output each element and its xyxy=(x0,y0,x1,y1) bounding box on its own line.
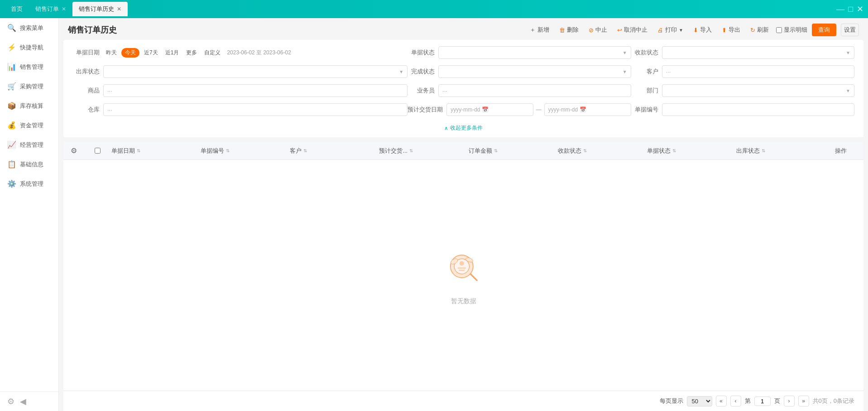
delete-button[interactable]: 🗑 删除 xyxy=(556,24,581,36)
date-btn-more[interactable]: 更多 xyxy=(183,48,200,58)
tab-sales-order-close[interactable]: ✕ xyxy=(62,6,66,12)
salesperson-input[interactable]: ··· xyxy=(438,84,631,97)
maximize-icon[interactable]: □ xyxy=(848,5,853,14)
th-date-sort[interactable]: ⇅ xyxy=(137,148,140,153)
show-detail-label: 显示明细 xyxy=(784,26,807,34)
sidebar-item-inventory[interactable]: 📦 库存核算 xyxy=(0,96,58,116)
query-button[interactable]: 查询 xyxy=(812,24,836,36)
complete-chevron: ▼ xyxy=(623,69,627,74)
tab-sales-history[interactable]: 销售订单历史 ✕ xyxy=(72,2,128,16)
th-payment-sort[interactable]: ⇅ xyxy=(583,148,587,153)
delivery-from-input[interactable]: yyyy-mm-dd 📅 xyxy=(446,103,533,116)
th-delivery-sort[interactable]: ⇅ xyxy=(409,148,413,153)
sidebar-item-system[interactable]: ⚙️ 系统管理 xyxy=(0,174,58,193)
date-btn-yesterday[interactable]: 昨天 xyxy=(103,48,120,58)
outbound-status-select[interactable]: ▼ xyxy=(103,65,408,78)
th-order-no-sort[interactable]: ⇅ xyxy=(226,148,230,153)
dept-control: ▼ xyxy=(662,84,854,97)
complete-control: ▼ xyxy=(438,65,631,78)
next-page-button[interactable]: › xyxy=(784,396,795,406)
tab-sales-order[interactable]: 销售订单 ✕ xyxy=(29,2,72,16)
th-order-no-label: 单据编号 xyxy=(201,147,224,155)
filter-order-status: 单据状态 ▼ xyxy=(408,46,631,59)
customer-input[interactable]: ··· xyxy=(662,65,854,78)
last-page-button[interactable]: » xyxy=(798,396,809,406)
order-status-chevron: ▼ xyxy=(623,50,627,55)
sidebar-item-ops[interactable]: 📈 经营管理 xyxy=(0,135,58,155)
print-button[interactable]: 🖨 打印 ▼ xyxy=(655,24,686,36)
sidebar-item-funds[interactable]: 💰 资金管理 xyxy=(0,116,58,135)
stop-button[interactable]: ⊘ 中止 xyxy=(586,24,610,36)
tab-list: 首页 销售订单 ✕ 销售订单历史 ✕ xyxy=(5,2,836,16)
complete-status-select[interactable]: ▼ xyxy=(438,65,631,78)
close-window-icon[interactable]: ✕ xyxy=(857,4,863,14)
minimize-icon[interactable]: — xyxy=(836,5,844,14)
payment-status-select[interactable]: ▼ xyxy=(662,46,854,59)
stop-label: 中止 xyxy=(595,26,607,34)
collapse-row[interactable]: ∧ 收起更多条件 xyxy=(72,122,854,135)
product-input[interactable]: ··· xyxy=(103,84,408,97)
date-btn-today[interactable]: 今天 xyxy=(121,48,139,58)
th-customer-sort[interactable]: ⇅ xyxy=(303,148,307,153)
th-payment-status: 收款状态 ⇅ xyxy=(555,143,644,159)
filter-order-no: 单据编号 xyxy=(631,103,854,116)
warehouse-input[interactable]: ··· xyxy=(103,103,408,116)
sidebar-item-basic-label: 基础信息 xyxy=(20,160,43,169)
status-label: 单据状态 xyxy=(408,48,435,57)
first-page-button[interactable]: « xyxy=(716,396,727,406)
sidebar-item-search[interactable]: 🔍 搜索菜单 xyxy=(0,18,58,38)
sidebar-item-sales[interactable]: 📊 销售管理 xyxy=(0,57,58,77)
delivery-to-input[interactable]: yyyy-mm-dd 📅 xyxy=(544,103,631,116)
warehouse-dots: ··· xyxy=(107,106,112,113)
th-order-status-label: 单据状态 xyxy=(647,147,671,155)
dept-label: 部门 xyxy=(631,87,658,95)
date-label: 单据日期 xyxy=(72,48,100,57)
add-button[interactable]: ＋ 新增 xyxy=(527,24,552,36)
th-amount: 订单金额 ⇅ xyxy=(466,143,555,159)
th-customer: 客户 ⇅ xyxy=(287,143,376,159)
print-chevron: ▼ xyxy=(679,28,683,33)
goto-prefix: 第 xyxy=(745,397,751,405)
sidebar-item-purchase[interactable]: 🛒 采购管理 xyxy=(0,77,58,96)
th-order-status-sort[interactable]: ⇅ xyxy=(672,148,676,153)
order-status-select[interactable]: ▼ xyxy=(438,46,631,59)
order-no-input[interactable] xyxy=(662,103,854,116)
export-label: 导出 xyxy=(729,26,740,34)
date-btn-1month[interactable]: 近1月 xyxy=(163,48,182,58)
show-detail-checkbox[interactable] xyxy=(776,27,782,33)
sidebar-item-search-label: 搜索菜单 xyxy=(20,24,43,32)
sidebar-item-basic[interactable]: 📋 基础信息 xyxy=(0,155,58,174)
filter-delivery: 预计交货日期 yyyy-mm-dd 📅 — yyyy-mm-dd 📅 xyxy=(408,103,631,116)
tab-home[interactable]: 首页 xyxy=(5,2,29,16)
sidebar-collapse-icon[interactable]: ◀ xyxy=(20,396,26,406)
import-button[interactable]: ⬇ 导入 xyxy=(691,24,715,36)
funds-icon: 💰 xyxy=(7,121,16,130)
settings-button[interactable]: 设置 xyxy=(841,24,859,36)
table-settings-icon[interactable]: ⚙ xyxy=(71,146,77,155)
export-button[interactable]: ⬆ 导出 xyxy=(719,24,743,36)
select-all-checkbox[interactable] xyxy=(95,148,101,154)
th-operation-label: 操作 xyxy=(835,147,847,155)
sidebar-item-quicknav[interactable]: ⚡ 快捷导航 xyxy=(0,38,58,57)
th-outbound-sort[interactable]: ⇅ xyxy=(762,148,765,153)
system-icon: ⚙️ xyxy=(7,179,16,188)
cancel-stop-button[interactable]: ↩ 取消中止 xyxy=(614,24,650,36)
th-payment-status-label: 收款状态 xyxy=(558,147,581,155)
refresh-button[interactable]: ↻ 刷新 xyxy=(748,24,772,36)
date-btn-custom[interactable]: 自定义 xyxy=(201,48,223,58)
delivery-control: yyyy-mm-dd 📅 — yyyy-mm-dd 📅 xyxy=(446,103,631,116)
show-detail-checkbox-wrap[interactable]: 显示明细 xyxy=(776,26,807,34)
filter-complete: 完成状态 ▼ xyxy=(408,65,631,78)
tab-sales-history-close[interactable]: ✕ xyxy=(117,6,121,12)
page-size-select[interactable]: 50 10 20 100 xyxy=(687,396,712,406)
ops-icon: 📈 xyxy=(7,140,16,149)
dept-select[interactable]: ▼ xyxy=(662,84,854,97)
toolbar: ＋ 新增 🗑 删除 ⊘ 中止 ↩ 取消中止 🖨 打印 xyxy=(527,24,859,36)
prev-page-button[interactable]: ‹ xyxy=(730,396,741,406)
th-amount-sort[interactable]: ⇅ xyxy=(494,148,498,153)
cancel-stop-icon: ↩ xyxy=(617,27,622,34)
page-number-input[interactable] xyxy=(754,396,771,406)
date-btn-7days[interactable]: 近7天 xyxy=(141,48,161,58)
sidebar-settings-icon[interactable]: ⚙ xyxy=(7,396,14,406)
payment-control: ▼ xyxy=(662,46,854,59)
